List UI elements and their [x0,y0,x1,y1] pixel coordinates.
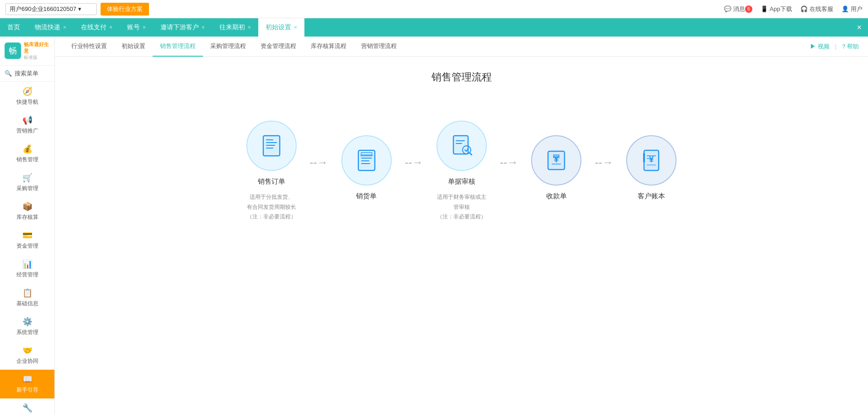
quick-nav-icon: 🧭 [22,86,32,96]
sidebar: 畅 畅库通好生意 标准版 🔍 搜索菜单 🧭 快捷导航 📢 营销推广 💰 销售管理… [0,37,55,414]
nav-payment-close[interactable]: × [109,24,112,31]
nav-account-close[interactable]: × [143,24,146,31]
flow-arrow-1: --→ [310,156,328,187]
help-label: 帮助 [847,43,859,50]
sub-tab-init-label: 初始设置 [122,42,145,49]
svg-rect-30 [643,153,645,162]
flow-step-receipt-name: 收款单 [546,192,567,201]
main-content: 行业特性设置 初始设置 销售管理流程 采购管理流程 资金管理流程 库存核算流程 … [55,37,868,414]
svg-rect-7 [264,137,279,155]
sidebar-item-basic-info[interactable]: 📋 基础信息 [0,283,54,312]
sub-tab-sales-flow[interactable]: 销售管理流程 [153,37,203,57]
sub-tab-purchase-flow[interactable]: 采购管理流程 [203,37,253,57]
header-left: 用户690企业1660120507 ▾ 体验行业方案 [5,3,149,16]
message-link[interactable]: 💬 消息 6 [724,5,752,13]
cooperation-icon: 🤝 [22,345,32,356]
sidebar-item-label: 资金管理 [16,242,38,250]
nav-logistics-close[interactable]: × [63,24,66,31]
flow-step-account-book-name: 客户账本 [638,192,665,201]
system-icon: ⚙️ [22,317,32,327]
sub-tab-marketing-flow[interactable]: 营销管理流程 [354,37,404,57]
sidebar-item-sales[interactable]: 💰 销售管理 [0,139,54,168]
trial-button[interactable]: 体验行业方案 [101,3,149,16]
sub-tabs-right: ▶ 视频 | ? 帮助 [810,42,859,51]
sales-icon: 💰 [22,144,32,154]
inventory-icon: 📦 [22,202,32,212]
nav-logistics-label: 物流快递 [35,23,60,32]
help-divider: | [835,43,836,50]
flow-arrow-4: --→ [595,156,613,187]
sub-tab-industry-label: 行业特性设置 [71,42,107,49]
nav-item-init[interactable]: 初始设置 × [258,18,304,37]
invoice-svg [355,149,378,172]
sub-tab-marketing-flow-label: 营销管理流程 [361,42,397,49]
app-download-label: App下载 [770,5,792,13]
app-download-link[interactable]: 📱 App下载 [761,5,792,13]
marketing-icon: 📢 [22,115,32,125]
nav-invite-label: 邀请下游客户 [160,23,199,32]
svg-rect-18 [456,143,462,144]
nav-item-period[interactable]: 往来期初 × [212,18,258,37]
sidebar-item-marketing[interactable]: 📢 营销推广 [0,111,54,139]
customer-service-link[interactable]: 🎧 在线客服 [800,5,833,13]
svg-line-20 [469,153,472,155]
sub-tabs: 行业特性设置 初始设置 销售管理流程 采购管理流程 资金管理流程 库存核算流程 … [55,37,868,57]
nav-item-payment[interactable]: 在线支付 × [74,18,120,37]
sidebar-item-label: 经营管理 [16,271,38,279]
user-profile-link[interactable]: 👤 用户 [841,5,863,13]
sidebar-item-quick-nav[interactable]: 🧭 快捷导航 [0,82,54,111]
sub-tab-init[interactable]: 初始设置 [114,37,153,57]
guide-icon: 📖 [22,374,32,384]
nav-payment-label: 在线支付 [81,23,107,32]
sidebar-item-app-center[interactable]: 🔧 应用中心 [0,398,54,414]
sidebar-item-finance[interactable]: 💳 资金管理 [0,226,54,255]
message-badge: 6 [745,5,752,13]
sidebar-search[interactable]: 🔍 搜索菜单 [0,66,54,82]
sidebar-item-guide[interactable]: 📖 新手引导 [0,370,54,398]
account-book-svg: ¥ [639,149,663,172]
flow-step-audit-icon [437,121,487,171]
sidebar-item-label: 基础信息 [16,300,38,308]
chevron-down-icon: ▾ [78,5,81,12]
sidebar-item-label: 系统管理 [16,329,38,336]
basic-info-icon: 📋 [22,288,32,298]
flow-arrow-3: --→ [500,156,518,187]
sidebar-item-system[interactable]: ⚙️ 系统管理 [0,312,54,341]
purchase-icon: 🛒 [22,173,32,183]
nav-item-home[interactable]: 首页 [0,18,27,37]
sub-tab-sales-flow-label: 销售管理流程 [160,42,196,49]
nav-account-label: 账号 [127,23,140,32]
sidebar-item-inventory[interactable]: 📦 库存核算 [0,197,54,226]
sidebar-item-cooperation[interactable]: 🤝 企业协同 [0,341,54,370]
user-selector[interactable]: 用户690企业1660120507 ▾ [5,3,97,15]
sales-order-svg [260,134,283,158]
flow-step-audit-name: 单据审核 [448,177,475,186]
nav-init-close[interactable]: × [294,24,297,31]
nav-home-label: 首页 [7,23,20,32]
logo-sub-text: 标准版 [24,54,50,61]
nav-item-logistics[interactable]: 物流快递 × [27,18,74,37]
headset-icon: 🎧 [800,5,808,12]
nav-global-close[interactable]: × [850,23,868,32]
app-icon: 📱 [761,5,768,12]
nav-item-account[interactable]: 账号 × [120,18,153,37]
user-selector-label: 用户690企业1660120507 [10,5,76,13]
nav-period-close[interactable]: × [248,24,251,31]
flow-arrow-2: --→ [405,156,423,187]
sidebar-item-label: 企业协同 [16,357,38,365]
sub-tab-finance-flow[interactable]: 资金管理流程 [253,37,304,57]
help-link[interactable]: ? 帮助 [842,42,859,51]
flow-diagram: 销售订单 适用于分批发货、有合同发货周期较长（注：非必要流程） --→ [73,111,850,231]
svg-text:畅: 畅 [9,46,17,55]
flow-step-sales-order: 销售订单 适用于分批发货、有合同发货周期较长（注：非必要流程） [235,121,308,222]
video-link[interactable]: ▶ 视频 [810,42,830,51]
nav-invite-close[interactable]: × [202,24,205,31]
sub-tab-inventory-flow[interactable]: 库存核算流程 [304,37,354,57]
search-icon: 🔍 [5,70,12,77]
sub-tab-industry[interactable]: 行业特性设置 [64,37,114,57]
sidebar-item-purchase[interactable]: 🛒 采购管理 [0,168,54,197]
sidebar-item-label: 库存核算 [16,213,38,221]
sidebar-item-operations[interactable]: 📊 经营管理 [0,255,54,283]
nav-item-invite[interactable]: 邀请下游客户 × [153,18,212,37]
top-header: 用户690企业1660120507 ▾ 体验行业方案 💬 消息 6 📱 App下… [0,0,868,18]
